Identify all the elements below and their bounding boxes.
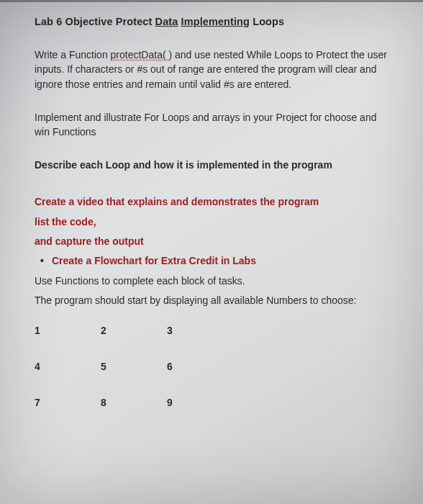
red-line-1: Create a video that explains and demonst… (35, 192, 394, 212)
grid-cell: 6 (167, 361, 224, 372)
after-line-2: The program should start by displaying a… (35, 291, 394, 310)
grid-row: 4 5 6 (35, 361, 394, 372)
paragraph-1: Write a Function protectData( ) and use … (35, 48, 394, 91)
grid-cell: 9 (167, 397, 224, 408)
grid-cell: 1 (35, 325, 92, 336)
bullet-item: Create a Flowchart for Extra Credit in L… (35, 251, 394, 271)
red-line-3: and capture the output (35, 232, 394, 251)
grid-cell: 5 (101, 361, 158, 372)
function-name: protectData( ) (111, 49, 173, 60)
p1-a: Write a Function (35, 49, 111, 60)
bullet-text: Create a Flowchart for Extra Credit in L… (52, 255, 256, 266)
lab-title: Lab 6 Objective Protect Data Implementin… (35, 16, 394, 27)
grid-cell: 4 (35, 361, 92, 372)
red-line-2: list the code, (35, 212, 394, 232)
title-implementing-word: Implementing (181, 16, 250, 27)
paragraph-2: Implement and illustrate For Loops and a… (35, 110, 394, 140)
after-line-1: Use Functions to complete each block of … (35, 271, 394, 291)
title-post: Loops (250, 16, 284, 27)
describe-heading: Describe each Loop and how it is impleme… (35, 159, 394, 171)
grid-cell: 2 (101, 325, 158, 336)
title-pre: Lab 6 Objective Protect (35, 16, 155, 27)
after-red-section: Use Functions to complete each block of … (35, 271, 394, 311)
red-section: Create a video that explains and demonst… (35, 192, 394, 271)
grid-row: 7 8 9 (35, 397, 394, 408)
grid-row: 1 2 3 (35, 325, 394, 336)
title-data-word: Data (155, 16, 178, 27)
number-grid: 1 2 3 4 5 6 7 8 9 (35, 325, 394, 408)
grid-cell: 7 (35, 397, 92, 408)
grid-cell: 3 (167, 325, 224, 336)
grid-cell: 8 (101, 397, 158, 408)
